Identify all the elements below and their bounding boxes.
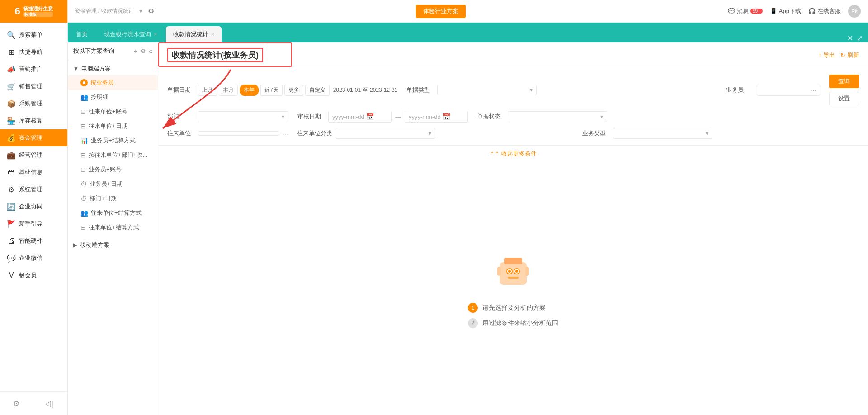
date-btn-this-year[interactable]: 本年 <box>240 85 259 96</box>
sidebar-item-search[interactable]: 🔍 搜索菜单 <box>0 26 67 43</box>
sidebar-item-collab[interactable]: 🔄 企业协同 <box>0 198 67 215</box>
scheme-item-partner-payment-1[interactable]: 👥 往来单位+结算方式 <box>68 206 158 220</box>
sidebar-item-quicknav[interactable]: ⊞ 快捷导航 <box>0 43 67 61</box>
scheme-item-partner-date[interactable]: ⊟ 往来单位+日期 <box>68 119 158 133</box>
date-range-dash: — <box>395 113 401 120</box>
step-1-label: 请先选择要分析的方案 <box>482 304 546 312</box>
filter-row-3: 往来单位 ··· 往来单位分类 ▾ <box>167 128 859 139</box>
mobile-section-header[interactable]: ▶ 移动端方案 <box>68 238 158 252</box>
scheme-item-partner-dept-collect[interactable]: ⊟ 按往来单位+部门+收... <box>68 148 158 162</box>
calendar-icon-2[interactable]: 📅 <box>443 113 450 120</box>
refresh-btn[interactable]: ↻ 刷新 <box>840 51 859 59</box>
page-area: 按以下方案查询 + ⚙ « ▼ 电脑端方案 按业务员 <box>68 42 868 415</box>
sidebar-item-marketing[interactable]: 📣 营销推广 <box>0 61 67 78</box>
desktop-section-header[interactable]: ▼ 电脑端方案 <box>68 62 158 75</box>
date-btn-more[interactable]: 更多 <box>284 85 303 96</box>
people-icon-2: 👥 <box>80 209 88 217</box>
cart-icon: 🛒 <box>7 82 15 90</box>
header-right: 💬 消息 99+ 📱 App下载 🎧 在线客服 Rit <box>728 5 861 18</box>
sidebar-item-basicinfo[interactable]: 🗃 基础信息 <box>0 164 67 181</box>
partner-input[interactable] <box>198 131 279 136</box>
scheme-label: 按明细 <box>91 93 108 101</box>
sidebar-item-finance[interactable]: 💰 资金管理 <box>0 129 67 146</box>
collapse-panel-btn[interactable]: « <box>149 47 152 55</box>
grid-icon: ⊞ <box>7 48 15 56</box>
online-service-btn[interactable]: 🎧 在线客服 <box>808 7 841 15</box>
partner-cat-select[interactable]: ▾ <box>336 128 435 139</box>
sidebar-item-hardware[interactable]: 🖨 智能硬件 <box>0 232 67 250</box>
maximize-window-icon[interactable]: ⤢ <box>857 34 863 42</box>
doctype-select[interactable]: ▾ <box>437 85 537 95</box>
salesperson-filter-item: 业务员 ··· <box>726 85 820 96</box>
bank-flow-tab-close[interactable]: × <box>154 31 157 38</box>
settings-bottom-icon[interactable]: ⚙ <box>10 396 22 410</box>
add-scheme-btn[interactable]: + <box>134 47 137 55</box>
sidebar-item-operations[interactable]: 💼 经营管理 <box>0 146 67 164</box>
sidebar-item-label: 销售管理 <box>19 82 42 90</box>
filter-settings-button[interactable]: 设置 <box>829 92 859 105</box>
date-range-display: 2023-01-01 至 2023-12-31 <box>333 86 398 94</box>
tab-bank-flow[interactable]: 现金银行流水查询 × <box>97 26 164 42</box>
collapse-bar[interactable]: ⌃⌃ 收起更多条件 <box>158 146 868 161</box>
close-window-icon[interactable]: ✕ <box>847 34 853 42</box>
scheme-item-salesperson[interactable]: 按业务员 <box>68 75 158 90</box>
messages-btn[interactable]: 💬 消息 99+ <box>728 7 763 15</box>
window-buttons: ✕ ⤢ <box>842 34 868 42</box>
chevron-down-icon[interactable]: ▾ <box>139 8 142 14</box>
user-avatar[interactable]: Rit <box>848 5 861 18</box>
sidebar-item-inventory[interactable]: 🏪 库存核算 <box>0 112 67 129</box>
date-btn-this-month[interactable]: 本月 <box>219 85 238 96</box>
sidebar-item-wechat[interactable]: 💬 企业微信 <box>0 250 67 267</box>
sidebar-item-sales[interactable]: 🛒 销售管理 <box>0 78 67 95</box>
scheme-label: 按往来单位+部门+收... <box>89 151 147 159</box>
calendar-icon-1[interactable]: 📅 <box>366 113 374 120</box>
sidebar-item-guide[interactable]: 🚩 新手引导 <box>0 215 67 232</box>
member-icon: V <box>7 271 15 279</box>
scheme-label: 业务员+结算方式 <box>91 137 136 145</box>
mobile-section-label: 移动端方案 <box>80 241 109 249</box>
sidebar-item-system[interactable]: ⚙ 系统管理 <box>0 181 67 198</box>
partner-more-btn[interactable]: ··· <box>283 130 288 137</box>
more-dots-icon: ··· <box>811 87 816 94</box>
salesperson-select[interactable]: ··· <box>757 85 820 96</box>
date-btn-custom[interactable]: 自定义 <box>305 85 330 96</box>
gear-icon-header[interactable]: ⚙ <box>148 7 154 15</box>
docstatus-filter-item: 单据状态 ▾ <box>477 111 859 122</box>
tab-receivables[interactable]: 收款情况统计 × <box>166 26 222 42</box>
scheme-settings-btn[interactable]: ⚙ <box>140 47 146 55</box>
biztype-select[interactable]: ▾ <box>613 128 712 139</box>
scheme-item-partner-account[interactable]: ⊟ 往来单位+账号 <box>68 104 158 119</box>
date-end: 2023-12-31 <box>370 87 397 93</box>
top-header: 资金管理 / 收款情况统计 ▾ ⚙ 体验行业方案 💬 消息 99+ 📱 App下… <box>68 0 868 23</box>
query-button[interactable]: 查询 <box>829 75 859 88</box>
app-download-btn[interactable]: 📱 App下载 <box>770 7 801 15</box>
table-icon-5: ⊟ <box>80 224 86 231</box>
tab-home[interactable]: 首页 <box>69 26 95 42</box>
scheme-item-partner-payment-2[interactable]: ⊟ 往来单位+结算方式 <box>68 220 158 235</box>
settings-circle-icon: ⚙ <box>7 185 15 193</box>
docstatus-select[interactable]: ▾ <box>508 111 607 122</box>
export-btn[interactable]: ↑ 导出 <box>819 51 835 59</box>
scheme-item-salesperson-payment[interactable]: 📊 业务员+结算方式 <box>68 133 158 148</box>
biztype-filter-item: 业务类型 ▾ <box>582 128 859 139</box>
review-date-start-input[interactable]: yyyy-mm-dd 📅 <box>328 111 392 123</box>
trial-button[interactable]: 体验行业方案 <box>416 5 466 18</box>
date-btn-last-month[interactable]: 上月 <box>198 85 217 96</box>
people-icon: 👥 <box>80 94 88 101</box>
date-btn-7days[interactable]: 近7天 <box>260 85 283 96</box>
scheme-item-salesperson-date[interactable]: ⏱ 业务员+日期 <box>68 177 158 191</box>
scheme-item-detail[interactable]: 👥 按明细 <box>68 90 158 104</box>
scheme-item-salesperson-account[interactable]: ⊟ 业务员+账号 <box>68 162 158 177</box>
tab-bar: 首页 现金银行流水查询 × 收款情况统计 × ✕ ⤢ <box>68 23 868 42</box>
collapse-up-icon: ⌃⌃ <box>490 151 500 157</box>
dept-select[interactable]: ▾ <box>198 111 288 122</box>
sidebar-item-label: 基础信息 <box>19 168 42 176</box>
sidebar-item-purchase[interactable]: 📦 采购管理 <box>0 95 67 112</box>
review-date-end-input[interactable]: yyyy-mm-dd 📅 <box>405 111 468 123</box>
receivables-tab-close[interactable]: × <box>211 31 214 38</box>
scheme-item-dept-date[interactable]: ⏱ 部门+日期 <box>68 191 158 206</box>
chevron-down-icon-doctype: ▾ <box>530 87 533 93</box>
sidebar-item-label: 智能硬件 <box>19 237 42 245</box>
collapse-sidebar-icon[interactable]: ◁‖ <box>42 396 57 410</box>
sidebar-item-member[interactable]: V 畅会员 <box>0 267 67 284</box>
